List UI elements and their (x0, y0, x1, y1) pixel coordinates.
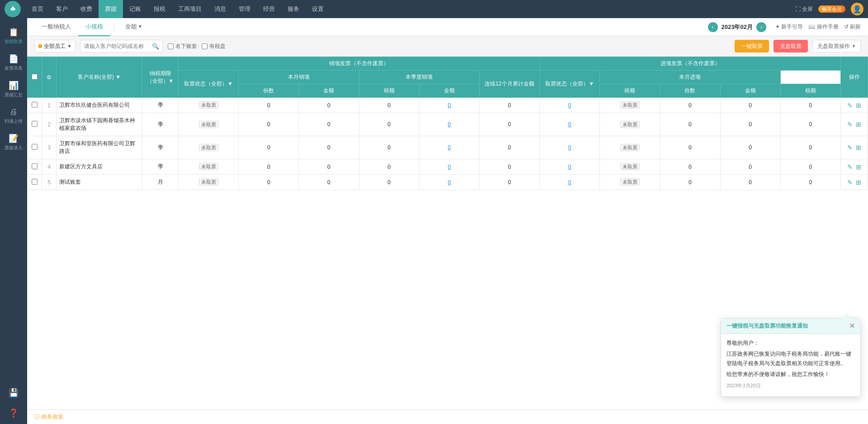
nav-manage[interactable]: 管理 (232, 0, 257, 18)
nav-business[interactable]: 工商项目 (172, 0, 208, 18)
detail-icon[interactable]: ⊞ (856, 179, 861, 186)
row-checkbox-4[interactable] (32, 179, 38, 185)
nav-billing[interactable]: 收费 (74, 0, 99, 18)
col-sales-month-tax: 税额 (359, 84, 419, 98)
notification-popup: 一键报税与无盘取票功能恢复通知 ✕ 尊敬的用户： 江苏政务网已恢复访问电子税务局… (721, 318, 861, 397)
user-avatar[interactable]: 👤 (851, 3, 863, 15)
vip-btn[interactable]: 畅享会员 (818, 6, 845, 13)
purchase-status-badge: 未取票 (620, 144, 640, 151)
row-quarter-tax-cell: 0 (479, 113, 539, 136)
one-click-ticket-btn[interactable]: 一键取票 (735, 40, 769, 52)
sidebar-item-scan-upload[interactable]: 🖨 扫描上传 (0, 103, 27, 129)
row-period-cell: 月 (142, 175, 179, 190)
nav-message[interactable]: 消息 (208, 0, 232, 18)
sidebar-item-invoice-summary[interactable]: 📊 票据汇总 (0, 76, 27, 103)
edit-icon[interactable]: ✎ (847, 144, 853, 151)
period-nav: ‹ 2023年02月 › (708, 22, 766, 32)
tax-disk-checkbox[interactable] (202, 43, 208, 49)
row-checkbox-2[interactable] (32, 144, 38, 150)
table-row: 3 卫辉市保和堂医药有限公司卫辉路店 季 未取票 0 0 0 0 0 0 未取票… (28, 136, 868, 159)
sidebar-item-invoice-entry[interactable]: 📝 票据录入 (0, 129, 27, 156)
col-group-sales: 销项发票（不含作废票） (179, 57, 540, 71)
row-sales-month-count-cell: 0 (239, 159, 299, 175)
row-sales-status-cell: 未取票 (179, 136, 239, 159)
sidebar-item-invoice-open[interactable]: 📄 发票开具 (0, 49, 27, 76)
sidebar-label-invoice-summary: 票据汇总 (5, 92, 23, 98)
sidebar-item-help[interactable]: ❓ (9, 404, 19, 424)
detail-icon[interactable]: ⊞ (856, 163, 861, 171)
detail-icon[interactable]: ⊞ (856, 121, 861, 128)
table-header-row-1: ⚙ 客户名称(全部) ▼ 纳税期限（全部）▼ 销项发票（不含作废票） 进项发票（… (28, 57, 868, 71)
nav-tax[interactable]: 报税 (147, 0, 172, 18)
my-accounts-label: 名下账套 (175, 43, 197, 50)
row-action-cell: ✎ ⊞ (841, 159, 868, 175)
search-input[interactable] (84, 43, 152, 49)
search-icon[interactable]: 🔍 (152, 43, 159, 50)
sidebar-label-scan-upload: 扫描上传 (5, 118, 23, 124)
no-disk-ticket-ops-btn[interactable]: 无盘取票操作 ▼ (812, 40, 861, 52)
notification-body: 尊敬的用户： 江苏政务网已恢复访问电子税务局功能，易代账一键登陆电子税务局与无盘… (721, 334, 860, 396)
nav-home[interactable]: 首页 (25, 0, 50, 18)
vip-badge: 畅享会员 (818, 5, 845, 13)
edit-icon[interactable]: ✎ (847, 179, 853, 186)
sub-nav: 一般纳税人 小规模 全能 ▼ ‹ 2023年02月 › ✦ 新手引导 📖 操作手… (27, 18, 868, 36)
nav-operate[interactable]: 经营 (257, 0, 281, 18)
row-checkbox-cell (28, 136, 42, 159)
detail-icon[interactable]: ⊞ (856, 144, 861, 151)
prev-period-btn[interactable]: ‹ (708, 22, 718, 32)
tax-disk-filter[interactable]: 有税盘 (202, 43, 226, 50)
row-quarter-tax-cell: 0 (479, 98, 539, 113)
row-no-cell: 4 (42, 159, 57, 175)
row-purchase-month-amount-cell: 0 (720, 98, 780, 113)
tab-general-taxpayer[interactable]: 一般纳税人 (34, 18, 78, 36)
nav-invoice[interactable]: 票据 (99, 0, 123, 18)
row-sales-status-cell: 未取票 (179, 159, 239, 175)
purchase-status-badge: 未取票 (620, 121, 640, 128)
row-checkbox-1[interactable] (32, 121, 38, 127)
col-cumulative-12: 连续12个月累计金额 (479, 71, 539, 98)
notification-corner-arrow (842, 313, 851, 319)
nav-settings[interactable]: 设置 (306, 0, 330, 18)
employee-filter[interactable]: 全部员工 ▼ (34, 40, 75, 52)
row-checkbox-3[interactable] (32, 163, 38, 169)
tax-policy-link[interactable]: 税务政策 (42, 413, 63, 421)
fullscreen-btn[interactable]: ⛶ 全屏 (795, 5, 813, 13)
row-checkbox-0[interactable] (32, 102, 38, 108)
edit-icon[interactable]: ✎ (847, 102, 853, 109)
refresh-btn[interactable]: ↺ 刷新 (844, 23, 861, 31)
row-action-cell: ✎ ⊞ (841, 113, 868, 136)
sidebar-item-intelligent-ticket[interactable]: 📋 智能取票 (0, 23, 27, 49)
select-all-checkbox[interactable] (32, 74, 38, 80)
row-sales-status-cell: 未取票 (179, 175, 239, 190)
row-cumulative-cell: 0 (540, 159, 600, 175)
data-table: ⚙ 客户名称(全部) ▼ 纳税期限（全部）▼ 销项发票（不含作废票） 进项发票（… (27, 57, 868, 190)
row-purchase-status-cell: 未取票 (600, 175, 660, 190)
no-disk-ticket-btn[interactable]: 无盘取票 (774, 40, 808, 52)
table-row: 1 卫辉市玖玖健合医药有限公司 季 未取票 0 0 0 0 0 0 未取票 0 … (28, 98, 868, 113)
my-accounts-filter[interactable]: 名下账套 (168, 43, 197, 50)
top-nav-right: ⛶ 全屏 畅享会员 👤 (795, 3, 863, 15)
my-accounts-checkbox[interactable] (168, 43, 174, 49)
nav-accounting[interactable]: 记账 (123, 0, 147, 18)
tab-small-scale[interactable]: 小规模 (78, 18, 110, 36)
row-period-cell: 季 (142, 159, 179, 175)
edit-icon[interactable]: ✎ (847, 121, 853, 128)
row-quarter-amount-cell: 0 (419, 159, 479, 175)
nav-service[interactable]: 服务 (281, 0, 306, 18)
row-action-cell: ✎ ⊞ (841, 98, 868, 113)
detail-icon[interactable]: ⊞ (856, 102, 861, 109)
guide-btn[interactable]: ✦ 新手引导 (775, 23, 803, 31)
nav-customer[interactable]: 客户 (50, 0, 74, 18)
row-purchase-month-tax-cell: 0 (780, 136, 840, 159)
row-checkbox-cell (28, 175, 42, 190)
tab-all[interactable]: 全能 ▼ (118, 18, 150, 36)
settings-icon[interactable]: ⚙ (47, 74, 52, 81)
dropdown-arrow-icon: ▼ (852, 44, 856, 48)
manual-btn[interactable]: 📖 操作手册 (808, 23, 838, 31)
row-purchase-month-count-cell: 0 (660, 175, 720, 190)
notification-close-btn[interactable]: ✕ (849, 322, 855, 329)
sidebar-item-download[interactable]: 💾 (9, 383, 19, 404)
edit-icon[interactable]: ✎ (847, 163, 853, 171)
next-period-btn[interactable]: › (756, 22, 766, 32)
employee-filter-label: 全部员工 (44, 43, 66, 50)
